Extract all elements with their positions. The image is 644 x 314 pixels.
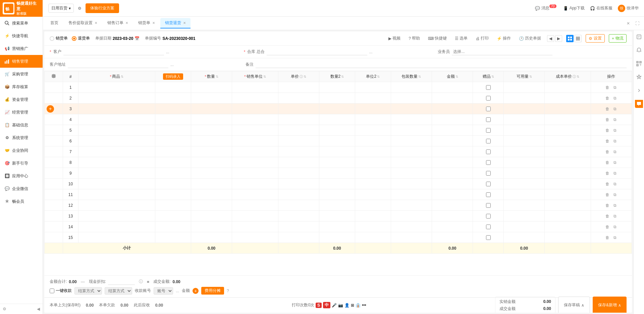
row-unit2-7[interactable] <box>355 146 391 157</box>
row-unit2-11[interactable] <box>355 189 391 200</box>
row-unit-13[interactable] <box>232 211 278 222</box>
row-pack-10[interactable] <box>391 179 432 189</box>
row-qty-14[interactable] <box>191 222 232 232</box>
sidebar-item-wechat[interactable]: 💬 企业微信 <box>0 182 43 195</box>
row-price-2[interactable] <box>278 93 319 104</box>
row-amount-3[interactable] <box>432 104 473 114</box>
tab-sale-slip[interactable]: 销货单 ✕ <box>133 18 160 28</box>
row-unit-10[interactable] <box>232 179 278 189</box>
row-product-13[interactable] <box>78 211 155 222</box>
row-delete-12[interactable]: 🗑 <box>604 202 610 208</box>
row-qty2-1[interactable] <box>319 82 355 93</box>
row-cost-6[interactable] <box>545 136 591 146</box>
row-qty2-14[interactable] <box>319 222 355 232</box>
row-copy-13[interactable]: ⧉ <box>612 213 618 219</box>
row-pack-11[interactable] <box>391 189 432 200</box>
sidebar-item-inventory[interactable]: 📦 库存核算 <box>0 80 43 93</box>
row-avail-3[interactable] <box>503 104 544 114</box>
row-delete-6[interactable]: 🗑 <box>604 138 610 144</box>
row-qty-15[interactable] <box>191 232 232 243</box>
sidebar-item-enterprise[interactable]: 🤝 企业协同 <box>0 144 43 157</box>
row-unit-3[interactable] <box>232 104 278 114</box>
row-qty-10[interactable] <box>191 179 232 189</box>
row-amount-10[interactable] <box>432 179 473 189</box>
product-input-12[interactable] <box>80 203 153 208</box>
row-delete-1[interactable]: 🗑 <box>604 84 610 90</box>
fee-split-btn[interactable]: 费用分摊 <box>201 287 224 295</box>
row-pack-12[interactable] <box>391 200 432 211</box>
tool-mic[interactable]: 🎤 <box>332 303 337 308</box>
row-amount-13[interactable] <box>432 211 473 222</box>
tab-close-slip[interactable]: ✕ <box>152 21 155 25</box>
product-input-10[interactable] <box>80 182 153 186</box>
row-delete-10[interactable]: 🗑 <box>604 181 610 187</box>
tab-home[interactable]: 首页 <box>46 18 63 28</box>
row-price-6[interactable] <box>278 136 319 146</box>
settings-toolbar-btn[interactable]: ⚙ 设置 <box>586 34 605 43</box>
tool-dots3[interactable]: ••• <box>362 303 366 308</box>
row-unit-15[interactable] <box>232 232 278 243</box>
row-pack-15[interactable] <box>391 232 432 243</box>
row-price-15[interactable] <box>278 232 319 243</box>
sidebar-item-purchase[interactable]: 🛒 采购管理 <box>0 68 43 80</box>
row-qty2-8[interactable] <box>319 157 355 168</box>
row-qty-3[interactable] <box>191 104 232 114</box>
row-qty-2[interactable] <box>191 93 232 104</box>
row-unit-4[interactable] <box>232 114 278 125</box>
sidebar-item-shortcut[interactable]: ⚡ 快捷导航 <box>0 29 43 42</box>
row-price-1[interactable] <box>278 82 319 93</box>
sidebar-item-newbie[interactable]: 🎯 新手引导 <box>0 157 43 170</box>
add-fee-btn[interactable]: + <box>193 288 199 294</box>
row-delete-13[interactable]: 🗑 <box>604 213 610 219</box>
notification-btn[interactable]: 💬 消息 70 <box>535 5 558 11</box>
tab-close-order[interactable]: ✕ <box>125 21 128 25</box>
row-cost-5[interactable] <box>545 125 591 136</box>
row-unit2-4[interactable] <box>355 114 391 125</box>
scan-input-btn[interactable]: 扫码录入 <box>163 73 183 80</box>
row-unit2-10[interactable] <box>355 179 391 189</box>
tab-sales-return[interactable]: 销货退货 ✕ <box>160 18 191 28</box>
row-unit2-6[interactable] <box>355 136 391 146</box>
warehouse-dots[interactable]: ... <box>369 50 373 54</box>
row-delete-3[interactable]: 🗑 <box>604 106 610 112</box>
select-btn[interactable]: ☰ 选单 <box>453 35 470 42</box>
tab-close-price[interactable]: ✕ <box>95 21 97 25</box>
row-copy-9[interactable]: ⧉ <box>612 170 618 176</box>
gift-check-2[interactable] <box>486 96 491 101</box>
row-unit2-1[interactable] <box>355 82 391 93</box>
add-row-btn[interactable]: + <box>47 105 54 113</box>
row-avail-13[interactable] <box>503 211 544 222</box>
row-delete-2[interactable]: 🗑 <box>604 95 610 101</box>
row-pack-13[interactable] <box>391 211 432 222</box>
sidebar-item-finance[interactable]: 💰 资金管理 <box>0 93 43 106</box>
row-qty2-10[interactable] <box>319 179 355 189</box>
save-draft-btn[interactable]: 保存草稿 ∧ <box>558 297 590 313</box>
row-delete-4[interactable]: 🗑 <box>604 117 610 123</box>
product-input-7[interactable] <box>80 149 153 154</box>
gift-check-13[interactable] <box>486 214 491 218</box>
address-dots[interactable]: ... <box>170 62 174 67</box>
row-pack-7[interactable] <box>391 146 432 157</box>
gift-check-6[interactable] <box>486 139 491 143</box>
row-qty-9[interactable] <box>191 168 232 179</box>
row-amount-9[interactable] <box>432 168 473 179</box>
product-input-9[interactable] <box>80 171 153 176</box>
logistics-btn[interactable]: + 物流 <box>609 34 627 43</box>
shortcut-btn[interactable]: ⌨ 快捷键 <box>426 35 449 42</box>
online-service-btn[interactable]: 🎧 在线客服 <box>590 5 612 11</box>
row-product-12[interactable] <box>78 200 155 211</box>
row-pack-3[interactable] <box>391 104 432 114</box>
row-unit2-5[interactable] <box>355 125 391 136</box>
row-unit-1[interactable] <box>232 82 278 93</box>
row-copy-11[interactable]: ⧉ <box>612 192 618 198</box>
row-copy-3[interactable]: ⧉ <box>612 106 618 112</box>
row-avail-8[interactable] <box>503 157 544 168</box>
row-unit2-3[interactable] <box>355 104 391 114</box>
row-avail-4[interactable] <box>503 114 544 125</box>
gift-check-5[interactable] <box>486 128 491 133</box>
row-delete-14[interactable]: 🗑 <box>604 224 610 230</box>
radio-sale[interactable]: 销货单 <box>50 36 68 41</box>
right-note-icon[interactable] <box>635 33 643 41</box>
row-cost-9[interactable] <box>545 168 591 179</box>
gift-check-8[interactable] <box>486 160 491 165</box>
